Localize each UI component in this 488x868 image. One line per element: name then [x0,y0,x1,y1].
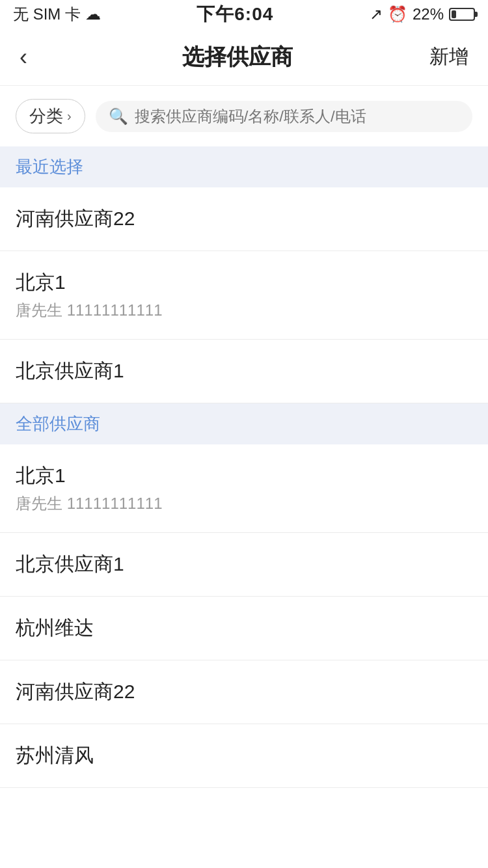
list-item[interactable]: 杭州维达 [0,597,488,660]
page-title: 选择供应商 [182,42,293,72]
no-sim-label: 无 SIM 卡 ☁ [13,4,101,25]
item-name: 北京1 [16,269,472,296]
alarm-icon: ⏰ [388,5,407,23]
add-button[interactable]: 新增 [416,44,468,70]
item-name: 河南供应商22 [16,206,472,232]
item-name: 北京供应商1 [16,358,472,385]
section-header-all: 全部供应商 [0,403,488,444]
status-right: ↗ ⏰ 22% [370,5,475,23]
chevron-right-icon: › [67,109,72,124]
category-label: 分类 [29,105,63,128]
location-icon: ↗ [370,5,383,23]
item-sub: 唐先生 11111111111 [16,493,472,514]
search-box: 🔍 [96,101,472,132]
status-left: 无 SIM 卡 ☁ [13,4,101,25]
list-item[interactable]: 河南供应商22 [0,660,488,724]
list-item[interactable]: 北京供应商1 [0,340,488,403]
item-name: 北京1 [16,463,472,489]
list-item[interactable]: 苏州清风 [0,724,488,788]
battery-percent: 22% [413,5,444,23]
list-item[interactable]: 河南供应商22 [0,187,488,251]
item-sub: 唐先生 11111111111 [16,300,472,321]
status-bar: 无 SIM 卡 ☁ 下午6:04 ↗ ⏰ 22% [0,0,488,29]
list-item[interactable]: 北京1唐先生 11111111111 [0,444,488,533]
battery-icon [449,8,475,21]
item-name: 河南供应商22 [16,679,472,705]
category-filter-button[interactable]: 分类 › [16,99,85,133]
item-name: 杭州维达 [16,615,472,642]
filter-bar: 分类 › 🔍 [0,86,488,146]
item-name: 苏州清风 [16,742,472,769]
search-icon: 🔍 [109,107,128,126]
sections-container: 最近选择河南供应商22北京1唐先生 11111111111北京供应商1全部供应商… [0,146,488,788]
status-time: 下午6:04 [197,2,273,27]
section-header-recent: 最近选择 [0,146,488,187]
search-input[interactable] [135,107,459,126]
list-item[interactable]: 北京1唐先生 11111111111 [0,251,488,340]
item-name: 北京供应商1 [16,551,472,578]
nav-bar: ‹ 选择供应商 新增 [0,29,488,86]
list-item[interactable]: 北京供应商1 [0,533,488,597]
back-button[interactable]: ‹ [20,44,59,71]
